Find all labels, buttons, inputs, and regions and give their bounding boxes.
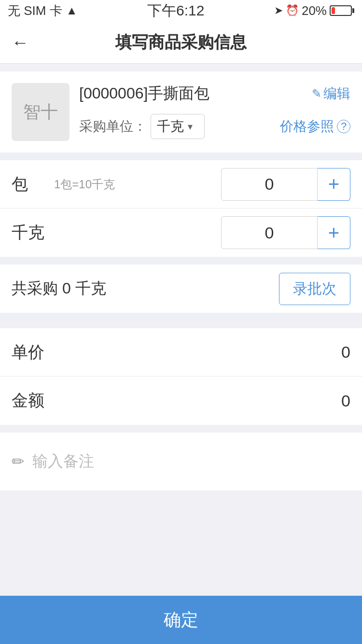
help-icon: ?: [337, 120, 350, 133]
kg-quantity-input[interactable]: [221, 216, 318, 249]
section-divider-2: [0, 257, 362, 265]
unit-price-label: 单价: [12, 341, 44, 364]
unit-select[interactable]: 千克 ▾: [151, 114, 205, 139]
pencil-icon: ✏: [12, 452, 25, 471]
unit-price-row: 单价 0: [0, 328, 362, 377]
kg-input-wrapper: +: [221, 216, 350, 249]
section-divider-3: [0, 313, 362, 321]
kg-plus-button[interactable]: +: [318, 216, 350, 249]
kg-input-row: 千克 +: [0, 209, 362, 257]
confirm-button[interactable]: 确定: [0, 596, 362, 644]
bag-sublabel: 1包=10千克: [54, 177, 115, 192]
amount-label: 金额: [12, 390, 44, 412]
amount-value: 0: [341, 392, 350, 410]
unit-value: 千克: [157, 117, 184, 136]
page-title: 填写商品采购信息: [115, 31, 247, 54]
status-time: 下午6:12: [147, 1, 204, 21]
bottom-space: [0, 490, 362, 587]
wifi-icon: ▲: [66, 4, 78, 17]
status-bar: 无 SIM 卡 ▲ 下午6:12 ➤ ⏰ 20%: [0, 0, 362, 21]
product-image: 智十: [12, 83, 70, 141]
purchase-unit-section: 采购单位： 千克 ▾: [79, 114, 205, 139]
location-icon: ➤: [274, 4, 283, 17]
purchase-unit-label: 采购单位：: [79, 117, 147, 136]
product-name: [0000006]手撕面包: [79, 83, 209, 104]
input-section: 包 1包=10千克 + 千克 +: [0, 160, 362, 257]
battery-icon: [330, 5, 354, 16]
chevron-down-icon: ▾: [188, 121, 193, 132]
edit-label: 编辑: [323, 84, 350, 103]
nav-bar: ← 填写商品采购信息: [0, 21, 362, 64]
amount-row: 金额 0: [0, 377, 362, 425]
notes-placeholder: 输入备注: [32, 451, 94, 472]
main-content: 智十 [0000006]手撕面包 ✎ 编辑 采购单位： 千克 ▾: [0, 71, 362, 635]
bag-label: 包: [12, 173, 50, 196]
alarm-icon: ⏰: [286, 4, 299, 17]
product-card: 智十 [0000006]手撕面包 ✎ 编辑 采购单位： 千克 ▾: [0, 71, 362, 153]
bag-quantity-input[interactable]: [221, 168, 318, 201]
status-left: 无 SIM 卡 ▲: [8, 2, 77, 19]
notes-section[interactable]: ✏ 输入备注: [0, 433, 362, 490]
unit-price-value: 0: [341, 343, 350, 362]
carrier-text: 无 SIM 卡: [8, 2, 62, 19]
product-info: [0000006]手撕面包 ✎ 编辑 采购单位： 千克 ▾ 价格参照 ?: [79, 83, 350, 139]
kg-label: 千克: [12, 222, 50, 244]
section-divider-1: [0, 153, 362, 160]
edit-button[interactable]: ✎ 编辑: [312, 84, 350, 103]
price-section: 单价 0 金额 0: [0, 328, 362, 425]
status-right: ➤ ⏰ 20%: [274, 3, 354, 18]
bag-input-row: 包 1包=10千克 +: [0, 160, 362, 209]
price-ref-label: 价格参照: [280, 117, 334, 136]
back-button[interactable]: ←: [12, 32, 29, 53]
summary-text: 共采购 0 千克: [12, 278, 106, 299]
product-logo: 智十: [23, 101, 58, 122]
edit-icon: ✎: [312, 87, 321, 100]
battery-percent: 20%: [302, 3, 327, 18]
purchase-unit-row: 采购单位： 千克 ▾ 价格参照 ?: [79, 114, 350, 139]
bag-plus-button[interactable]: +: [318, 168, 350, 201]
bag-input-wrapper: +: [221, 168, 350, 201]
product-name-row: [0000006]手撕面包 ✎ 编辑: [79, 83, 350, 104]
summary-section: 共采购 0 千克 录批次: [0, 265, 362, 313]
price-ref-button[interactable]: 价格参照 ?: [280, 117, 350, 136]
batch-button[interactable]: 录批次: [279, 273, 350, 305]
